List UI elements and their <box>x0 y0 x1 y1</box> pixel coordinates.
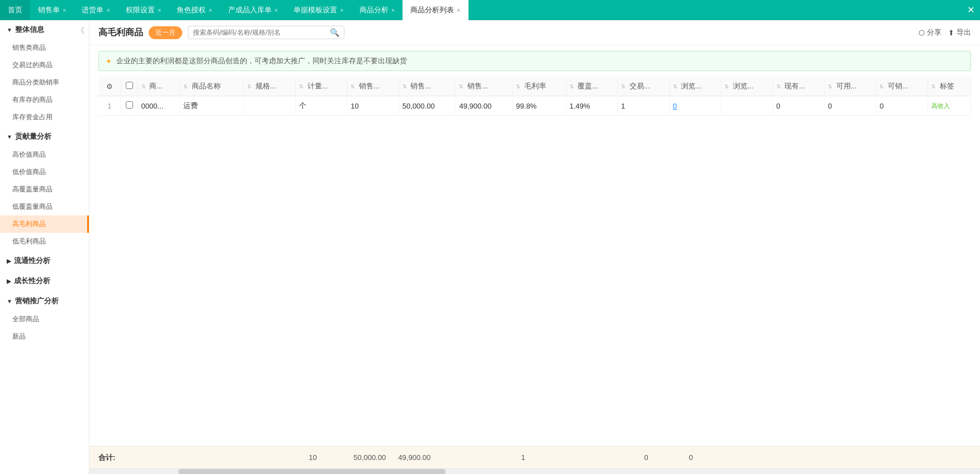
sort-icon: ⇅ <box>247 84 252 90</box>
nav-home[interactable]: 首页 <box>0 0 30 20</box>
row-select-checkbox[interactable] <box>126 101 133 109</box>
browse1-link[interactable]: 0 <box>673 102 677 110</box>
close-product-analysis-list[interactable]: × <box>457 7 460 13</box>
footer-spacer2 <box>439 453 518 462</box>
close-all-tabs-button[interactable]: ✕ <box>962 0 980 20</box>
nav-product-analysis[interactable]: 商品分析 × <box>352 0 403 20</box>
sidebar-item-all-goods[interactable]: 全部商品 <box>0 311 89 328</box>
sidebar-group-growth-title[interactable]: ▶ 成长性分析 <box>0 271 89 290</box>
row-checkbox[interactable] <box>121 96 138 116</box>
row-name: 运费 <box>180 96 244 116</box>
sidebar-item-low-coverage[interactable]: 低覆盖量商品 <box>0 198 89 215</box>
sidebar-item-low-margin[interactable]: 低毛利商品 <box>0 233 89 250</box>
table-footer: 合计: 10 50,000.00 49,900.00 1 0 0 <box>89 446 980 468</box>
filter-recent-month-button[interactable]: 近一月 <box>149 26 182 39</box>
sidebar-group-contribution-title[interactable]: ▼ 贡献量分析 <box>0 127 89 146</box>
sidebar-item-new-goods[interactable]: 新品 <box>0 328 89 345</box>
close-permission-settings[interactable]: × <box>158 7 161 13</box>
sort-icon: ⇅ <box>459 84 463 90</box>
footer-values: 10 50,000.00 49,900.00 1 0 0 <box>126 453 971 462</box>
search-icon[interactable]: 🔍 <box>330 28 339 37</box>
page-title: 高毛利商品 <box>98 27 143 39</box>
scrollbar-thumb[interactable] <box>178 469 446 474</box>
col-product-name[interactable]: ⇅ 商品名称 <box>180 77 244 96</box>
col-available-stock[interactable]: ⇅ 可用... <box>824 77 875 96</box>
content-area: 高毛利商品 近一月 🔍 ⬡ 分享 ⬆ 导出 ✦ 企业的主要的利润都是这部分商品创… <box>89 20 980 474</box>
settings-icon[interactable]: ⚙ <box>106 82 113 91</box>
sidebar-item-stock-capital[interactable]: 库存资金占用 <box>0 109 89 126</box>
table-row: 1 0000... 运费 个 10 50,000.00 49,900.00 99… <box>98 96 971 116</box>
export-button[interactable]: ⬆ 导出 <box>948 27 971 37</box>
footer-transaction: 1 <box>518 453 562 462</box>
share-button[interactable]: ⬡ 分享 <box>919 27 941 37</box>
row-transaction: 1 <box>618 96 669 116</box>
arrow-right-icon: ▶ <box>7 278 11 284</box>
sidebar-item-traded-goods[interactable]: 交易过的商品 <box>0 57 89 74</box>
footer-spacer3 <box>562 453 641 462</box>
sidebar-item-in-stock-goods[interactable]: 有库存的商品 <box>0 91 89 109</box>
sidebar-item-sales-goods[interactable]: 销售类商品 <box>0 39 89 57</box>
row-spec <box>244 96 295 116</box>
row-sales-qty: 10 <box>347 96 399 116</box>
sidebar-item-high-margin[interactable]: 高毛利商品 <box>0 215 89 233</box>
close-product-analysis[interactable]: × <box>391 7 395 13</box>
close-purchase-order[interactable]: × <box>106 7 110 13</box>
close-product-inbound[interactable]: × <box>274 7 278 13</box>
col-gross-rate[interactable]: ⇅ 毛利率 <box>513 77 566 96</box>
sidebar-group-overview-title[interactable]: ▼ 整体信息 <box>0 20 89 39</box>
nav-product-analysis-list[interactable]: 商品分析列表 × <box>403 0 468 20</box>
nav-role-auth[interactable]: 角色授权 × <box>169 0 220 20</box>
col-code[interactable]: ⇅ 商... <box>138 77 180 96</box>
nav-permission-settings[interactable]: 权限设置 × <box>118 0 169 20</box>
sidebar-item-low-value[interactable]: 低价值商品 <box>0 163 89 181</box>
sidebar-collapse-button[interactable]: 《 <box>77 26 84 36</box>
col-tag[interactable]: ⇅ 标签 <box>927 77 970 96</box>
sidebar-group-liquidity-title[interactable]: ▶ 流通性分析 <box>0 251 89 270</box>
nav-sales-order[interactable]: 销售单 × <box>30 0 74 20</box>
col-spec[interactable]: ⇅ 规格... <box>244 77 295 96</box>
select-all-checkbox[interactable] <box>126 82 133 89</box>
col-checkbox[interactable] <box>121 77 138 96</box>
row-available-stock: 0 <box>824 96 875 116</box>
row-current-stock: 0 <box>773 96 824 116</box>
close-template-settings[interactable]: × <box>340 7 343 13</box>
table-container[interactable]: ⚙ ⇅ 商... ⇅ 商品名称 <box>89 77 980 446</box>
sidebar-item-category-sales-rate[interactable]: 商品分类助销率 <box>0 74 89 91</box>
col-settings[interactable]: ⚙ <box>98 77 121 96</box>
footer-label: 合计: <box>98 453 115 463</box>
row-index: 1 <box>98 96 121 116</box>
nav-template-settings[interactable]: 单据模板设置 × <box>286 0 351 20</box>
sort-icon: ⇅ <box>673 84 678 90</box>
col-transaction[interactable]: ⇅ 交易... <box>618 77 669 96</box>
col-browse2[interactable]: ⇅ 浏览... <box>721 77 773 96</box>
footer-sales-cost: 49,900.00 <box>395 453 439 462</box>
search-input[interactable] <box>193 29 330 36</box>
sort-icon: ⇅ <box>141 84 146 90</box>
close-role-auth[interactable]: × <box>209 7 212 13</box>
tip-icon: ✦ <box>106 57 112 65</box>
sidebar-item-high-value[interactable]: 高价值商品 <box>0 146 89 163</box>
col-sales-amount[interactable]: ⇅ 销售... <box>399 77 456 96</box>
col-unit[interactable]: ⇅ 计量... <box>295 77 347 96</box>
nav-purchase-order[interactable]: 进货单 × <box>74 0 117 20</box>
col-sellable-stock[interactable]: ⇅ 可销... <box>876 77 927 96</box>
col-coverage[interactable]: ⇅ 覆盖... <box>566 77 617 96</box>
high-income-tag: 高收入 <box>931 102 950 109</box>
sort-icon: ⇅ <box>879 84 884 90</box>
col-current-stock[interactable]: ⇅ 现有... <box>773 77 824 96</box>
col-browse1[interactable]: ⇅ 浏览... <box>669 77 721 96</box>
footer-sales-qty: 10 <box>305 453 350 462</box>
col-sales-qty[interactable]: ⇅ 销售... <box>347 77 399 96</box>
close-sales-order[interactable]: × <box>63 7 66 13</box>
nav-product-inbound[interactable]: 产成品入库单 × <box>220 0 286 20</box>
col-sales-cost[interactable]: ⇅ 销售... <box>456 77 513 96</box>
row-browse1[interactable]: 0 <box>669 96 721 116</box>
footer-current-stock: 0 <box>641 453 685 462</box>
sidebar-group-growth: ▶ 成长性分析 <box>0 271 89 290</box>
sidebar-group-marketing-title[interactable]: ▼ 营销推广分析 <box>0 292 89 311</box>
horizontal-scrollbar[interactable] <box>89 468 980 474</box>
data-table: ⚙ ⇅ 商... ⇅ 商品名称 <box>98 77 971 116</box>
sidebar: 《 ▼ 整体信息 销售类商品 交易过的商品 商品分类助销率 有库存的商品 库存资… <box>0 20 89 474</box>
sidebar-item-high-coverage[interactable]: 高覆盖量商品 <box>0 181 89 198</box>
content-header: 高毛利商品 近一月 🔍 ⬡ 分享 ⬆ 导出 <box>89 20 980 45</box>
